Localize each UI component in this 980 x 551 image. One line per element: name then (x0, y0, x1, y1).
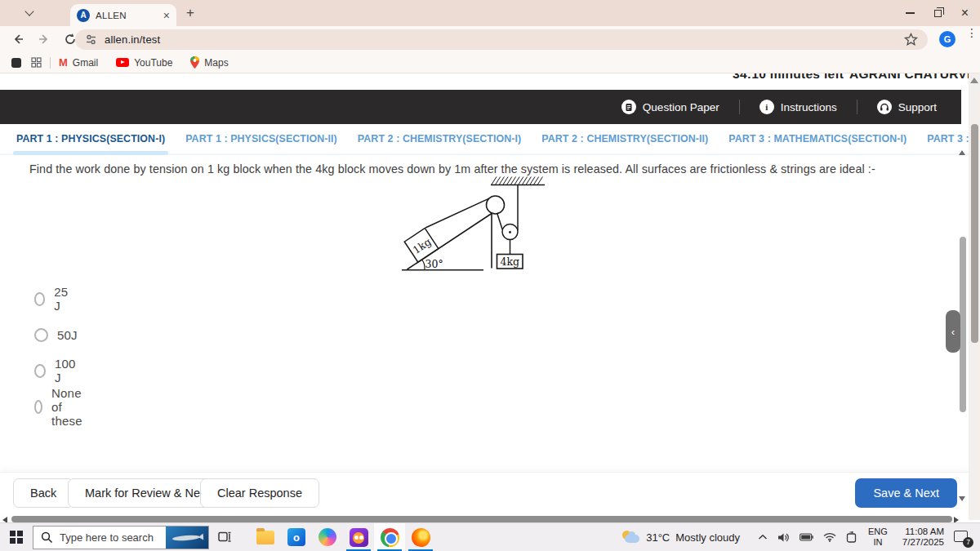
option-row-3[interactable]: 100 J (34, 363, 78, 378)
dark-favicon-icon[interactable] (11, 58, 21, 68)
search-highlight-image[interactable] (166, 527, 208, 549)
fixed-pulley (487, 196, 505, 214)
instructions-button[interactable]: i Instructions (760, 100, 837, 114)
tab-search-chevron-icon[interactable] (23, 7, 36, 20)
weather-widget[interactable]: 31°C Mostly cloudy (622, 531, 740, 544)
outlook-icon: o (287, 528, 305, 546)
tab-chemistry-section-2[interactable]: PART 2 : CHEMISTRY(SECTION-II) (541, 133, 708, 144)
headset-icon (877, 100, 892, 114)
search-placeholder: Type here to search (60, 531, 154, 544)
tab-mathematics-section-1[interactable]: PART 3 : MATHEMATICS(SECTION-I) (728, 133, 906, 144)
purple-emoji-app-button[interactable] (343, 523, 374, 551)
question-palette-toggle[interactable]: ‹ (946, 310, 960, 353)
allen-favicon-icon: A (77, 9, 90, 22)
battery-icon[interactable] (800, 533, 813, 541)
tab-physics-section-2[interactable]: PART 1 : PHYSICS(SECTION-II) (185, 133, 337, 144)
notification-center-button[interactable]: 7 (954, 531, 970, 544)
gmail-icon: M (59, 56, 68, 69)
question-paper-button[interactable]: Question Paper (621, 100, 719, 114)
weather-condition: Mostly cloudy (675, 531, 740, 544)
maps-pin-icon (190, 56, 199, 69)
windows-taskbar: Type here to search o 31°C Mostly cloudy (0, 522, 980, 551)
save-and-next-button[interactable]: Save & Next (855, 478, 957, 508)
browser-scrollbar-thumb[interactable] (971, 124, 978, 343)
browser-tab-strip: A ALLEN × + × (0, 0, 980, 26)
taskbar-search-box[interactable]: Type here to search (33, 526, 209, 549)
tab-title: ALLEN (96, 11, 163, 20)
purple-emoji-app-icon (350, 528, 368, 547)
fish-image (172, 534, 200, 540)
option-4-radio[interactable] (34, 400, 42, 414)
copilot-icon (318, 528, 336, 546)
tab-mathematics-section-2[interactable]: PART 3 : MATHEMATICS(SECTION-II) (927, 133, 969, 144)
support-button[interactable]: Support (877, 100, 937, 114)
task-view-button[interactable] (209, 523, 240, 551)
new-tab-button[interactable]: + (181, 4, 199, 22)
scroll-right-arrow-icon[interactable] (954, 517, 959, 522)
close-tab-icon[interactable]: × (163, 10, 170, 21)
tab-physics-section-1[interactable]: PART 1 : PHYSICS(SECTION-I) (16, 133, 165, 144)
test-page-content: 34:10 minutes left AGRANI CHATURVEDI Que… (0, 73, 969, 522)
question-diagram: 1kg 4kg 30° (397, 171, 560, 281)
scroll-left-arrow-icon[interactable] (2, 517, 7, 522)
minimize-button[interactable] (906, 12, 915, 14)
content-scrollbar-thumb[interactable] (960, 237, 966, 412)
bookmark-gmail[interactable]: M Gmail (59, 56, 98, 69)
option-row-4[interactable]: None of these (34, 399, 88, 414)
phone-link-icon[interactable] (846, 531, 857, 543)
bookmark-maps[interactable]: Maps (190, 56, 228, 69)
clear-response-button[interactable]: Clear Response (200, 478, 319, 508)
browser-menu-icon[interactable]: ⋮ (966, 30, 973, 36)
copilot-button[interactable] (312, 523, 343, 551)
option-3-radio[interactable] (34, 364, 46, 378)
chrome-icon (381, 528, 399, 547)
back-icon[interactable] (10, 31, 26, 47)
content-scroll-down-icon[interactable] (959, 496, 965, 501)
start-button[interactable] (0, 523, 33, 551)
chevron-left-icon: ‹ (951, 326, 955, 338)
angle-label: 30° (425, 258, 443, 270)
option-1-radio[interactable] (34, 292, 45, 306)
option-row-1[interactable]: 25 J (34, 291, 71, 306)
outlook-button[interactable]: o (281, 523, 312, 551)
chrome-button[interactable] (374, 523, 405, 551)
option-row-2[interactable]: 50J (34, 327, 78, 342)
language-indicator[interactable]: ENG IN (868, 527, 888, 548)
url-bar[interactable]: allen.in/test (75, 29, 928, 50)
option-2-label: 50J (57, 328, 78, 342)
firefox-icon (412, 528, 430, 547)
url-text: allen.in/test (105, 33, 160, 46)
content-scroll-up-icon[interactable] (959, 150, 965, 155)
profile-avatar[interactable]: G (939, 31, 956, 47)
forward-icon[interactable] (36, 31, 52, 47)
apps-grid-icon[interactable] (31, 57, 42, 68)
taskbar-clock[interactable]: 11:08 AM 7/27/2025 (902, 527, 944, 549)
windows-logo-icon (10, 531, 23, 544)
tab-chemistry-section-1[interactable]: PART 2 : CHEMISTRY(SECTION-I) (358, 133, 521, 144)
bookmark-youtube[interactable]: YouTube (116, 57, 172, 69)
back-button[interactable]: Back (13, 478, 74, 508)
site-settings-icon[interactable] (85, 33, 97, 46)
volume-icon[interactable] (777, 532, 790, 543)
language-code: ENG (868, 527, 888, 537)
file-explorer-button[interactable] (250, 523, 281, 551)
time-remaining: 34:10 minutes left (733, 73, 844, 82)
firefox-button[interactable] (405, 523, 436, 551)
search-icon (41, 531, 53, 544)
option-3-label: 100 J (55, 357, 78, 384)
restore-button[interactable] (934, 10, 942, 17)
bookmark-star-icon[interactable] (904, 33, 918, 47)
option-2-radio[interactable] (34, 328, 48, 342)
tray-chevron-up-icon[interactable] (758, 534, 768, 540)
bookmarks-bar: M Gmail YouTube Maps (0, 52, 980, 73)
clock-date: 7/27/2025 (902, 537, 944, 549)
temperature: 31°C (646, 531, 670, 544)
clipped-header-row: 34:10 minutes left AGRANI CHATURVEDI (0, 73, 969, 87)
horizontal-scrollbar-thumb[interactable] (11, 516, 952, 522)
browser-tab[interactable]: A ALLEN × (70, 4, 176, 26)
browser-scroll-up-icon[interactable] (970, 78, 978, 83)
horizontal-scrollbar[interactable] (0, 515, 969, 522)
wifi-icon[interactable] (823, 532, 836, 542)
browser-vertical-scrollbar[interactable] (969, 73, 980, 520)
close-window-button[interactable]: × (961, 7, 969, 19)
